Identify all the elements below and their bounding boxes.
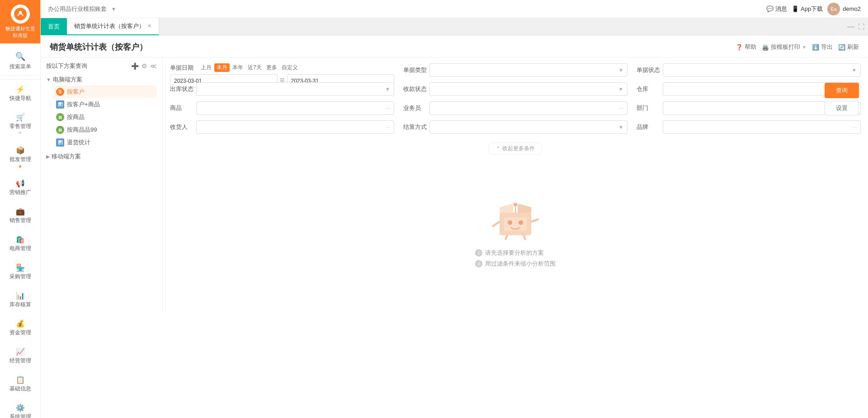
system-icon: ⚙️ xyxy=(16,404,25,412)
brand-select[interactable]: ··· xyxy=(663,120,861,134)
sidebar-item-retail[interactable]: 🛒 零售管理 ▼ xyxy=(0,108,40,141)
page-title: 销货单统计计表（按客户） xyxy=(50,42,147,52)
tree-mobile: ▶ 移动端方案 xyxy=(46,151,157,162)
sidebar-item-basic[interactable]: 📋 基础信息 xyxy=(0,370,40,398)
receipt-status-filter: 收款状态 ▼ xyxy=(403,82,627,96)
warehouse-label: 仓库 xyxy=(637,85,660,93)
sidebar-search-label: 搜索菜单 xyxy=(9,63,31,71)
sidebar-item-operation[interactable]: 📈 经营管理 xyxy=(0,342,40,370)
product-select[interactable]: ··· xyxy=(196,101,394,115)
product-filter: 商品 ··· xyxy=(170,101,394,115)
receipt-status-select[interactable]: ▼ xyxy=(429,82,627,96)
sidebar-item-label: 零售管理 xyxy=(9,123,31,130)
tab-sales-stat[interactable]: 销货单统计计表（按客户） ✕ xyxy=(67,18,159,35)
dropdown-icon[interactable]: ▼ xyxy=(111,6,116,12)
query-button[interactable]: 查询 xyxy=(825,83,859,98)
window-minimize-icon[interactable]: — xyxy=(847,23,854,31)
sidebar-item-ecommerce[interactable]: 🛍️ 电商管理 xyxy=(0,230,40,258)
receiver-select[interactable]: ··· xyxy=(196,120,394,134)
industry-title: 办公用品行业模拟账套 xyxy=(48,5,107,13)
sidebar-item-label: 库存核算 xyxy=(9,301,31,309)
page-header: 销货单统计计表（按客户） ❓ 帮助 🖨️ 按模板打印 ▼ ⬇️ 导出 🔄 刷 xyxy=(41,35,868,57)
sidebar-item-system[interactable]: ⚙️ 系统管理 xyxy=(0,398,40,418)
svg-line-13 xyxy=(524,235,525,240)
by-product-99-icon: ▦ xyxy=(56,126,64,134)
collapse-panel-button[interactable]: ≪ xyxy=(150,62,157,70)
salesperson-dots: ··· xyxy=(619,105,623,111)
sidebar-item-wholesale[interactable]: 📦 批发管理 ▲ xyxy=(0,141,40,174)
help-button[interactable]: ❓ 帮助 xyxy=(736,43,756,51)
svg-line-12 xyxy=(505,235,507,240)
print-icon: 🖨️ xyxy=(762,44,769,51)
tree-parent-desktop[interactable]: ▼ 电脑端方案 xyxy=(46,74,157,86)
sidebar-item-inventory[interactable]: 📊 库存核算 xyxy=(0,286,40,314)
right-pane: 单据日期 上月 本月 本年 近7天 更多 自定义 2023-03-0 xyxy=(163,57,868,312)
date-tab-more[interactable]: 更多 xyxy=(264,63,279,72)
app-download-button[interactable]: 📱 App下载 xyxy=(792,5,823,13)
sidebar-logo[interactable]: 畅捷通好生意 标准版 xyxy=(0,0,41,43)
add-scheme-button[interactable]: ➕ xyxy=(131,62,139,70)
message-button[interactable]: 💬 消息 xyxy=(766,5,787,13)
out-status-select[interactable]: ▼ xyxy=(196,82,394,96)
window-maximize-icon[interactable]: ⛶ xyxy=(858,23,864,30)
left-panel-title: 按以下方案查询 xyxy=(46,62,87,70)
left-panel-actions: ➕ ⚙ ≪ xyxy=(131,62,157,70)
tab-close-icon[interactable]: ✕ xyxy=(147,23,151,29)
sidebar-item-purchase[interactable]: 🏪 采购管理 xyxy=(0,258,40,286)
sidebar-item-sales[interactable]: 💼 销售管理 xyxy=(0,202,40,230)
sidebar-search-nav[interactable]: 🔍 搜索菜单 xyxy=(0,43,40,80)
settings-button[interactable]: 设置 xyxy=(825,101,859,115)
print-dropdown-icon: ▼ xyxy=(802,45,807,50)
logo-circle xyxy=(11,5,30,24)
tree-child-by-product[interactable]: ▦ 按商品 xyxy=(53,111,157,124)
order-status-filter: 单据状态 ▼ xyxy=(637,63,861,77)
tree-child-by-product-99[interactable]: ▦ 按商品品99 xyxy=(53,124,157,136)
date-tab-last-month[interactable]: 上月 xyxy=(199,63,213,72)
sidebar-item-label: 经营管理 xyxy=(9,357,31,365)
logo-text: 畅捷通好生意 标准版 xyxy=(5,25,35,39)
date-tab-this-year[interactable]: 本年 xyxy=(231,63,245,72)
order-type-select[interactable]: ▼ xyxy=(429,63,627,77)
settlement-select[interactable]: ▼ xyxy=(429,120,627,134)
sidebar-item-label: 快捷导航 xyxy=(9,95,31,102)
left-panel-header: 按以下方案查询 ➕ ⚙ ≪ xyxy=(46,62,157,70)
svg-marker-3 xyxy=(500,204,513,213)
tree-parent-mobile[interactable]: ▶ 移动端方案 xyxy=(46,151,157,162)
page-content: 销货单统计计表（按客户） ❓ 帮助 🖨️ 按模板打印 ▼ ⬇️ 导出 🔄 刷 xyxy=(41,35,868,418)
tree-desktop: ▼ 电脑端方案 客 按客户 📊 按客户+商品 ▦ xyxy=(46,74,157,149)
sidebar-item-quicknav[interactable]: ⚡ 快捷导航 xyxy=(0,80,40,108)
brand-filter: 品牌 ··· xyxy=(637,120,861,134)
date-tab-custom[interactable]: 自定义 xyxy=(280,63,300,72)
receipt-status-chevron: ▼ xyxy=(618,86,623,92)
operation-icon: 📈 xyxy=(16,347,25,356)
tree-child-by-customer-product[interactable]: 📊 按客户+商品 xyxy=(53,98,157,111)
page-actions: ❓ 帮助 🖨️ 按模板打印 ▼ ⬇️ 导出 🔄 刷新 xyxy=(736,43,859,51)
product-dots: ··· xyxy=(386,105,390,111)
tree-child-by-customer[interactable]: 客 按客户 xyxy=(53,86,157,98)
user-profile[interactable]: Ea demo2 xyxy=(827,3,861,15)
tree-arrow-desktop: ▼ xyxy=(46,77,51,82)
refresh-icon: 🔄 xyxy=(838,44,845,51)
date-tab-7days[interactable]: 近7天 xyxy=(246,63,264,72)
chevron-down-icon: ▼ xyxy=(18,130,23,135)
sidebar-item-finance[interactable]: 💰 资金管理 xyxy=(0,314,40,342)
settlement-chevron: ▼ xyxy=(618,124,623,130)
tree-child-refund[interactable]: 📊 退货统计 xyxy=(53,136,157,149)
sidebar-item-marketing[interactable]: 📢 营销推广 xyxy=(0,174,40,202)
salesperson-label: 业务员 xyxy=(403,104,427,112)
sidebar-search[interactable]: 🔍 搜索菜单 xyxy=(0,47,40,76)
out-status-filter: 出库状态 ▼ xyxy=(170,82,394,96)
order-status-select[interactable]: ▼ xyxy=(663,63,861,77)
date-tab-this-month[interactable]: 本月 xyxy=(214,63,230,72)
collapse-button[interactable]: ⌃ 收起更多条件 xyxy=(488,142,542,155)
tab-home[interactable]: 首页 xyxy=(41,18,67,35)
settings-scheme-button[interactable]: ⚙ xyxy=(142,62,147,70)
ecommerce-icon: 🛍️ xyxy=(16,235,25,244)
svg-point-6 xyxy=(508,220,512,225)
salesperson-filter: 业务员 ··· xyxy=(403,101,627,115)
print-button[interactable]: 🖨️ 按模板打印 ▼ xyxy=(762,43,807,51)
salesperson-select[interactable]: ··· xyxy=(429,101,627,115)
tree-arrow-mobile: ▶ xyxy=(46,154,50,160)
export-button[interactable]: ⬇️ 导出 xyxy=(812,43,833,51)
refresh-button[interactable]: 🔄 刷新 xyxy=(838,43,859,51)
